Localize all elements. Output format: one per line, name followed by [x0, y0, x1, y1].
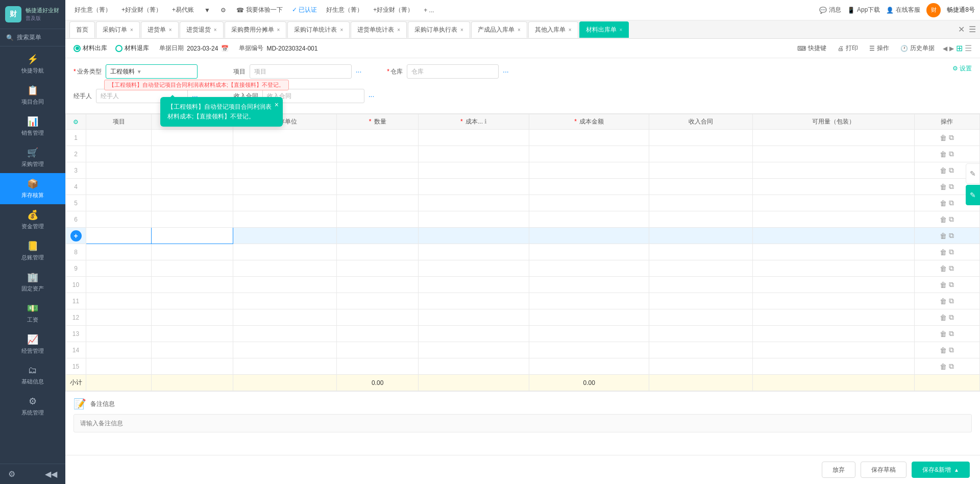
delete-row-icon[interactable]: 🗑	[940, 346, 947, 354]
table-settings-icon[interactable]: ⚙	[73, 118, 79, 126]
copy-row-icon[interactable]: ⧉	[949, 166, 954, 175]
warehouse-dots[interactable]: ···	[503, 67, 509, 76]
operation-btn[interactable]: ☰ 操作	[866, 43, 892, 54]
topbar-experience[interactable]: ☎ 我要体验一下	[232, 4, 287, 16]
tooltip-close-btn[interactable]: ×	[275, 99, 279, 110]
save-new-button[interactable]: 保存&新增 ▲	[912, 462, 970, 478]
next-icon[interactable]: ▶	[949, 45, 954, 52]
tab-close-finished-goods[interactable]: ×	[518, 27, 521, 33]
topbar-haoyecai[interactable]: +好业财（菁）	[117, 4, 166, 16]
right-panel-active-btn[interactable]: ✎	[966, 185, 980, 205]
add-row-btn[interactable]: +	[70, 230, 82, 241]
sidebar-item-purchase[interactable]: 🛒 采购管理	[0, 142, 65, 173]
topbar-haoshengyi[interactable]: 好生意（菁）	[70, 4, 115, 16]
copy-row-icon[interactable]: ⧉	[949, 264, 954, 273]
notes-input[interactable]	[74, 414, 972, 432]
delete-row-icon[interactable]: 🗑	[940, 330, 947, 338]
delete-row-icon[interactable]: 🗑	[940, 297, 947, 305]
radio-outbound[interactable]: 材料出库	[74, 44, 107, 53]
copy-row-icon[interactable]: ⧉	[949, 231, 954, 240]
delete-row-icon[interactable]: 🗑	[940, 166, 947, 175]
project-dots[interactable]: ···	[356, 67, 362, 76]
tab-close-incoming-stat[interactable]: ×	[397, 27, 400, 33]
tab-close-return[interactable]: ×	[214, 27, 217, 33]
topbar-haoyecai2[interactable]: +好业财（菁）	[369, 4, 418, 16]
tab-close-purchase-stat[interactable]: ×	[340, 27, 343, 33]
topbar-haoshengyi2[interactable]: 好生意（菁）	[322, 4, 367, 16]
prev-icon[interactable]: ◀	[943, 45, 947, 52]
copy-row-icon[interactable]: ⧉	[949, 133, 954, 142]
copy-row-icon[interactable]: ⧉	[949, 215, 954, 224]
sidebar-item-quicknav[interactable]: ⚡ 快捷导航	[0, 49, 65, 80]
topbar-app-download[interactable]: 📱 App下载	[847, 6, 880, 14]
tab-purchase-order[interactable]: 采购订单 ×	[96, 21, 140, 38]
tab-return[interactable]: 进货退货 ×	[180, 21, 224, 38]
copy-row-icon[interactable]: ⧉	[949, 199, 954, 207]
tab-close-other-inbound[interactable]: ×	[569, 27, 572, 33]
save-draft-button[interactable]: 保存草稿	[861, 462, 906, 478]
copy-row-icon[interactable]: ⧉	[949, 248, 954, 256]
sidebar-item-system[interactable]: ⚙ 系统管理	[0, 391, 65, 422]
copy-row-icon[interactable]: ⧉	[949, 313, 954, 322]
settings-icon[interactable]: ⚙	[8, 469, 15, 479]
right-panel-edit-btn[interactable]: ✎	[966, 163, 980, 184]
tab-incoming[interactable]: 进货单 ×	[141, 21, 179, 38]
tab-list[interactable]: ☰	[969, 25, 976, 34]
tab-close-purchase-order[interactable]: ×	[130, 27, 133, 33]
copy-row-icon[interactable]: ⧉	[949, 297, 954, 305]
cost-info-icon[interactable]: ℹ	[484, 118, 487, 125]
topbar-message[interactable]: 💬 消息	[819, 6, 841, 14]
tab-finished-goods[interactable]: 产成品入库单 ×	[471, 21, 527, 38]
sidebar-item-projects[interactable]: 📋 项目合同	[0, 80, 65, 111]
discard-button[interactable]: 放弃	[822, 462, 855, 478]
copy-row-icon[interactable]: ⧉	[949, 280, 954, 289]
sidebar-item-payroll[interactable]: 💵 工资	[0, 298, 65, 329]
tab-other-inbound[interactable]: 其他入库单 ×	[528, 21, 578, 38]
topbar-online-service[interactable]: 👤 在线客服	[886, 6, 920, 14]
topbar-more[interactable]: + ...	[420, 5, 438, 16]
delete-row-icon[interactable]: 🗑	[940, 313, 947, 322]
tab-close-purchase-exec[interactable]: ×	[460, 27, 463, 33]
col-settings[interactable]: ⚙	[66, 114, 86, 130]
income-contract-dots[interactable]: ···	[369, 92, 375, 100]
tab-material-outbound[interactable]: 材料出库单 ×	[579, 21, 629, 38]
history-btn[interactable]: 🕐 历史单据	[897, 43, 938, 54]
topbar-settings-icon[interactable]: ⚙	[216, 5, 230, 16]
delete-row-icon[interactable]: 🗑	[940, 232, 947, 240]
shortcut-key-btn[interactable]: ⌨ 快捷键	[794, 43, 829, 54]
sidebar-item-assets[interactable]: 🏢 固定资产	[0, 267, 65, 298]
tab-incoming-stat[interactable]: 进货单统计表 ×	[351, 21, 407, 38]
settings-btn[interactable]: ⚙ 设置	[952, 64, 972, 73]
grid-view-btn[interactable]: ⊞	[956, 43, 963, 53]
radio-return[interactable]: 材料退库	[115, 44, 149, 53]
project-input[interactable]: 项目	[250, 64, 352, 79]
delete-row-icon[interactable]: 🗑	[940, 150, 947, 158]
copy-row-icon[interactable]: ⧉	[949, 362, 954, 371]
delete-row-icon[interactable]: 🗑	[940, 183, 947, 191]
delete-row-icon[interactable]: 🗑	[940, 215, 947, 224]
warehouse-input[interactable]: 仓库	[407, 64, 499, 79]
sidebar-item-inventory[interactable]: 📦 库存核算	[0, 173, 65, 204]
delete-row-icon[interactable]: 🗑	[940, 134, 947, 142]
print-btn[interactable]: 🖨 打印	[835, 43, 861, 54]
tab-close-purchase-fee[interactable]: ×	[277, 27, 280, 33]
calendar-icon[interactable]: 📅	[221, 45, 229, 52]
tab-close-all[interactable]: ✕	[958, 25, 965, 34]
topbar-yidaizhang[interactable]: +易代账	[168, 4, 198, 16]
list-view-btn[interactable]: ☰	[965, 43, 972, 53]
sidebar-item-sales[interactable]: 📊 销售管理	[0, 111, 65, 142]
user-avatar[interactable]: 财	[926, 3, 941, 17]
delete-row-icon[interactable]: 🗑	[940, 199, 947, 207]
delete-row-icon[interactable]: 🗑	[940, 362, 947, 371]
collapse-icon[interactable]: ◀◀	[45, 469, 57, 479]
sidebar-item-operations[interactable]: 📈 经营管理	[0, 329, 65, 360]
delete-row-icon[interactable]: 🗑	[940, 264, 947, 273]
tab-home[interactable]: 首页	[69, 21, 95, 38]
sidebar-item-baseinfo[interactable]: 🗂 基础信息	[0, 360, 65, 391]
copy-row-icon[interactable]: ⧉	[949, 150, 954, 158]
delete-row-icon[interactable]: 🗑	[940, 281, 947, 289]
sidebar-search[interactable]: 🔍 搜索菜单	[0, 29, 65, 46]
tab-close-incoming[interactable]: ×	[169, 27, 172, 33]
tab-purchase-exec[interactable]: 采购订单执行表 ×	[408, 21, 470, 38]
business-type-input[interactable]: 工程领料 ▼	[106, 64, 198, 79]
